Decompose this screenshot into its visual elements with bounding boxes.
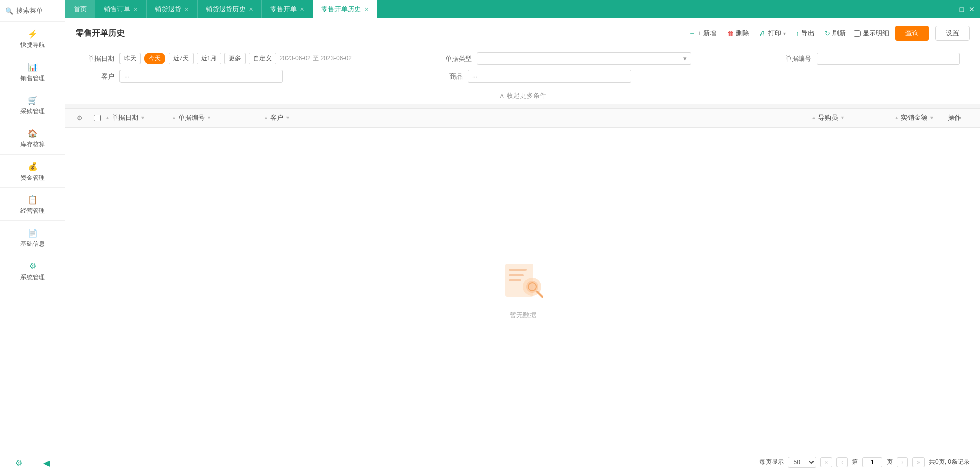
doc-type-select[interactable]: ▾ — [477, 52, 691, 65]
sidebar-item-operation[interactable]: 📋经营管理 — [0, 188, 65, 221]
first-page-btn[interactable]: « — [820, 457, 833, 467]
next-page-btn[interactable]: › — [897, 457, 908, 467]
select-all-checkbox[interactable] — [94, 115, 101, 121]
refresh-button[interactable]: ↻ 刷新 — [823, 28, 848, 39]
basic-label: 基础信息 — [20, 240, 45, 248]
th-checkbox[interactable] — [89, 115, 105, 121]
basic-icon: 📄 — [28, 228, 38, 238]
tab-label-sales-order: 销售订单 — [104, 5, 130, 14]
operation-icon: 📋 — [28, 195, 38, 205]
tab-close-sales-order[interactable]: ✕ — [133, 6, 138, 13]
sidebar-item-finance[interactable]: 💰资金管理 — [0, 155, 65, 188]
add-label: + 新增 — [698, 29, 716, 38]
doc-type-label: 单据类型 — [443, 54, 472, 63]
sidebar-item-system[interactable]: ⚙系统管理 — [0, 254, 65, 287]
prev-page-btn[interactable]: ‹ — [836, 457, 848, 467]
sidebar-item-sales[interactable]: 📊销售管理 — [0, 55, 65, 88]
date-quick-group: 昨天 今天 近7天 近1月 更多 自定义 2023-06-02 至 2023-0… — [119, 53, 352, 64]
show-detail-input[interactable] — [854, 30, 861, 37]
sidebar-search[interactable]: 🔍 搜索菜单 — [0, 0, 65, 22]
doc-no-input[interactable] — [817, 53, 960, 65]
maximize-btn[interactable]: □ — [960, 5, 964, 13]
print-icon: 🖨 — [759, 30, 766, 37]
delete-button[interactable]: 🗑 删除 — [725, 28, 751, 39]
tab-sales-return-history[interactable]: 销货退货历史✕ — [198, 0, 262, 18]
tab-label-sales-return: 销货退货 — [155, 5, 181, 14]
svg-rect-1 — [509, 269, 527, 271]
add-button[interactable]: ＋ + 新增 — [687, 28, 719, 39]
close-btn[interactable]: ✕ — [969, 5, 975, 13]
tab-close-sales-return[interactable]: ✕ — [184, 6, 189, 13]
total-info: 共0页, 0条记录 — [929, 458, 970, 466]
more-btn[interactable]: 更多 — [224, 53, 246, 64]
sort-desc-icon4: ▼ — [840, 115, 845, 120]
customer-select[interactable]: ··· — [119, 70, 283, 83]
sort-asc-icon5: ▲ — [894, 115, 899, 120]
delete-icon: 🗑 — [727, 30, 734, 37]
query-button[interactable]: 查询 — [895, 26, 929, 41]
collapse-bar[interactable]: ∧ 收起更多条件 — [86, 88, 960, 104]
tab-retail-open-history[interactable]: 零售开单历史✕ — [313, 0, 377, 18]
sort-asc-icon4: ▲ — [811, 115, 816, 120]
delete-label: 删除 — [736, 29, 749, 38]
settings-button[interactable]: 设置 — [935, 26, 970, 41]
7days-btn[interactable]: 近7天 — [169, 53, 194, 64]
tab-close-retail-open[interactable]: ✕ — [300, 6, 304, 13]
filter-area: 单据日期 昨天 今天 近7天 近1月 更多 自定义 2023-06-02 至 2… — [76, 47, 970, 104]
th-customer-label: 客户 — [270, 113, 283, 122]
operation-label: 经营管理 — [20, 207, 45, 215]
today-btn[interactable]: 今天 — [144, 53, 165, 64]
quick-nav-label: 快捷导航 — [20, 41, 45, 49]
column-settings-icon[interactable]: ⚙ — [77, 114, 83, 122]
sidebar: 🔍 搜索菜单 ⚡快捷导航📊销售管理🛒采购管理🏠库存核算💰资金管理📋经营管理📄基础… — [0, 0, 65, 473]
tab-label-retail-open-history: 零售开单历史 — [321, 5, 361, 14]
sidebar-settings-btn[interactable]: ⚙ — [15, 458, 22, 468]
sidebar-item-basic[interactable]: 📄基础信息 — [0, 221, 65, 254]
th-action: 操作 — [934, 113, 975, 122]
customer-placeholder: ··· — [124, 72, 130, 80]
sidebar-item-purchase[interactable]: 🛒采购管理 — [0, 88, 65, 121]
tab-home[interactable]: 首页 — [65, 0, 95, 18]
custom-btn[interactable]: 自定义 — [249, 53, 276, 64]
svg-line-6 — [537, 292, 542, 297]
tab-sales-order[interactable]: 销售订单✕ — [95, 0, 147, 18]
tab-retail-open[interactable]: 零售开单✕ — [262, 0, 313, 18]
date-filter-label: 单据日期 — [86, 54, 114, 63]
goods-select[interactable]: ··· — [468, 70, 631, 83]
finance-label: 资金管理 — [20, 173, 45, 182]
th-settings[interactable]: ⚙ — [70, 114, 89, 122]
th-customer: ▲ 客户 ▼ — [264, 113, 811, 122]
sort-asc-icon2: ▲ — [172, 115, 176, 120]
minimize-btn[interactable]: — — [947, 5, 954, 13]
tab-sales-return[interactable]: 销货退货✕ — [147, 0, 198, 18]
per-page-select[interactable]: 50 100 200 — [788, 457, 816, 468]
export-button[interactable]: ↑ 导出 — [794, 28, 817, 39]
toolbar: ＋ + 新增 🗑 删除 🖨 打印 ▾ ↑ 导出 — [687, 26, 970, 41]
inventory-label: 库存核算 — [20, 140, 45, 149]
sidebar-item-inventory[interactable]: 🏠库存核算 — [0, 121, 65, 155]
th-action-label: 操作 — [948, 113, 961, 122]
show-detail-checkbox[interactable]: 显示明细 — [854, 29, 889, 38]
sidebar-collapse-btn[interactable]: ◀ — [43, 458, 50, 468]
print-button[interactable]: 🖨 打印 ▾ — [757, 28, 788, 39]
customer-label: 客户 — [86, 72, 114, 81]
th-amount-label: 实销金额 — [901, 113, 927, 122]
export-label: 导出 — [801, 29, 815, 38]
tab-label-home: 首页 — [74, 5, 87, 14]
page-input[interactable]: 1 — [862, 457, 882, 467]
tab-close-retail-open-history[interactable]: ✕ — [364, 6, 369, 13]
yesterday-btn[interactable]: 昨天 — [119, 53, 141, 64]
last-page-btn[interactable]: » — [912, 457, 925, 467]
add-icon: ＋ — [689, 29, 696, 38]
empty-text: 暂无数据 — [510, 311, 536, 320]
sort-asc-icon: ▲ — [105, 115, 110, 120]
svg-rect-2 — [509, 274, 524, 276]
page-header: 零售开单历史 ＋ + 新增 🗑 删除 🖨 打印 ▾ — [65, 18, 980, 104]
goods-label: 商品 — [434, 72, 463, 81]
page-suffix: 页 — [887, 458, 893, 466]
th-date: ▲ 单据日期 ▼ — [105, 113, 172, 122]
sidebar-item-quick-nav[interactable]: ⚡快捷导航 — [0, 22, 65, 55]
tab-close-sales-return-history[interactable]: ✕ — [249, 6, 253, 13]
1month-btn[interactable]: 近1月 — [197, 53, 222, 64]
collapse-icon: ∧ — [499, 92, 505, 100]
